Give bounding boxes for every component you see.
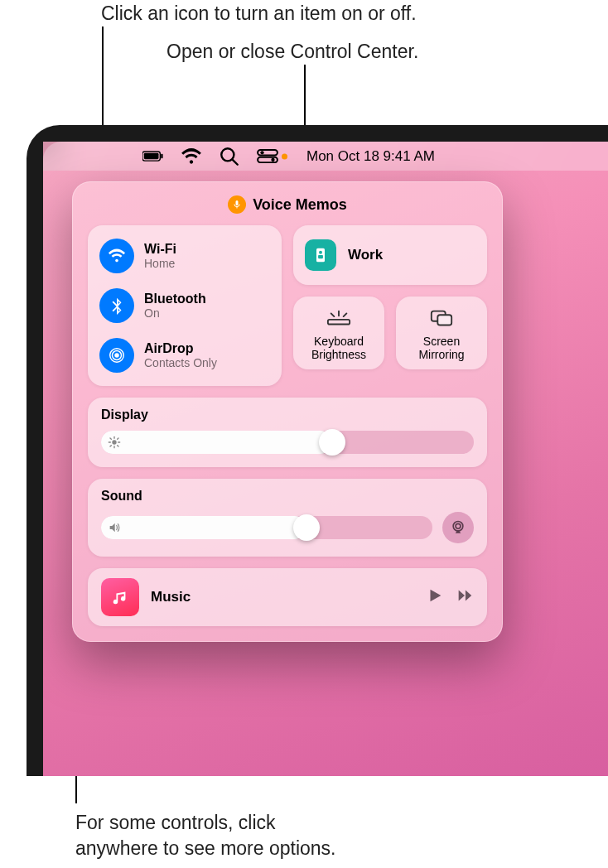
display-slider-knob[interactable] (319, 429, 345, 456)
svg-rect-1 (144, 153, 159, 159)
svg-rect-2 (161, 154, 162, 159)
wifi-title: Wi-Fi (144, 242, 176, 257)
sound-title: Sound (101, 489, 474, 504)
menubar: Mon Oct 18 9:41 AM (43, 142, 608, 171)
bluetooth-icon[interactable] (99, 288, 134, 323)
recording-indicator-dot (282, 153, 287, 159)
sound-output-button[interactable] (442, 512, 474, 543)
spotlight-icon[interactable] (219, 146, 240, 167)
sound-tile[interactable]: Sound (88, 479, 487, 557)
callout-more-options: For some controls, click anywhere to see… (75, 810, 336, 861)
display-tile[interactable]: Display (88, 398, 487, 467)
bluetooth-subtitle: On (144, 306, 206, 320)
mac-screen: Mon Oct 18 9:41 AM Voice Memos (43, 142, 608, 776)
airdrop-toggle[interactable]: AirDrop Contacts Only (99, 338, 270, 373)
screen-mirroring-label-2: Mirroring (418, 348, 464, 361)
svg-line-27 (118, 446, 118, 446)
microphone-icon (228, 195, 246, 214)
keyboard-brightness-icon (326, 306, 351, 330)
keyboard-brightness-label-2: Brightness (311, 348, 366, 361)
callout-cc: Open or close Control Center. (166, 40, 418, 65)
focus-work-icon (305, 239, 336, 271)
music-app-icon (101, 578, 139, 616)
battery-icon[interactable] (142, 146, 164, 167)
bluetooth-title: Bluetooth (144, 292, 206, 306)
play-button[interactable] (426, 586, 444, 608)
svg-point-31 (456, 523, 461, 528)
svg-line-28 (110, 446, 111, 446)
screen-mirroring-icon (429, 306, 454, 330)
recording-app-indicator[interactable]: Voice Memos (88, 195, 487, 214)
wifi-subtitle: Home (144, 257, 176, 270)
svg-point-21 (112, 440, 116, 444)
volume-icon (108, 521, 121, 534)
control-center-menubar-icon[interactable] (257, 146, 278, 167)
svg-point-8 (271, 158, 274, 162)
menubar-clock[interactable]: Mon Oct 18 9:41 AM (306, 148, 435, 165)
airdrop-subtitle: Contacts Only (144, 356, 217, 369)
recording-app-name: Voice Memos (253, 196, 347, 214)
wifi-icon[interactable] (99, 239, 134, 273)
bluetooth-toggle[interactable]: Bluetooth On (99, 288, 270, 323)
airdrop-title: AirDrop (144, 341, 217, 356)
mac-frame: Mon Oct 18 9:41 AM Voice Memos (27, 125, 608, 776)
svg-rect-18 (328, 320, 350, 325)
svg-point-13 (319, 251, 322, 254)
keyboard-brightness-tile[interactable]: Keyboard Brightness (293, 297, 384, 369)
svg-point-30 (453, 522, 463, 532)
svg-line-17 (344, 313, 347, 316)
svg-point-9 (114, 353, 119, 358)
brightness-icon (108, 436, 121, 449)
now-playing-title: Music (151, 589, 414, 605)
next-track-button[interactable] (456, 586, 474, 608)
svg-line-26 (110, 438, 111, 439)
focus-tile[interactable]: Work (293, 225, 487, 285)
svg-point-6 (260, 151, 263, 154)
airdrop-icon[interactable] (99, 338, 134, 373)
svg-rect-14 (318, 255, 323, 258)
svg-line-4 (233, 159, 238, 164)
display-slider[interactable] (101, 431, 474, 454)
sound-slider-knob[interactable] (293, 514, 320, 541)
screen-mirroring-label-1: Screen (423, 335, 460, 348)
svg-line-16 (331, 313, 335, 316)
svg-line-29 (118, 438, 118, 439)
wifi-menubar-icon[interactable] (181, 146, 202, 167)
now-playing-tile[interactable]: Music (88, 568, 487, 626)
screen-mirroring-tile[interactable]: Screen Mirroring (396, 297, 487, 369)
display-title: Display (101, 407, 474, 422)
wifi-toggle[interactable]: Wi-Fi Home (99, 239, 270, 273)
callout-toggle: Click an icon to turn an item on or off. (101, 2, 417, 27)
focus-title: Work (348, 247, 383, 263)
right-column: Work Keyboard Brightness (293, 225, 487, 386)
sound-slider[interactable] (101, 516, 432, 539)
control-center-panel: Voice Memos Wi-Fi Home (72, 181, 503, 642)
keyboard-brightness-label-1: Keyboard (314, 335, 364, 348)
airplay-icon (450, 519, 466, 536)
svg-rect-20 (437, 315, 451, 325)
connectivity-tile[interactable]: Wi-Fi Home Bluetooth On (88, 225, 282, 386)
